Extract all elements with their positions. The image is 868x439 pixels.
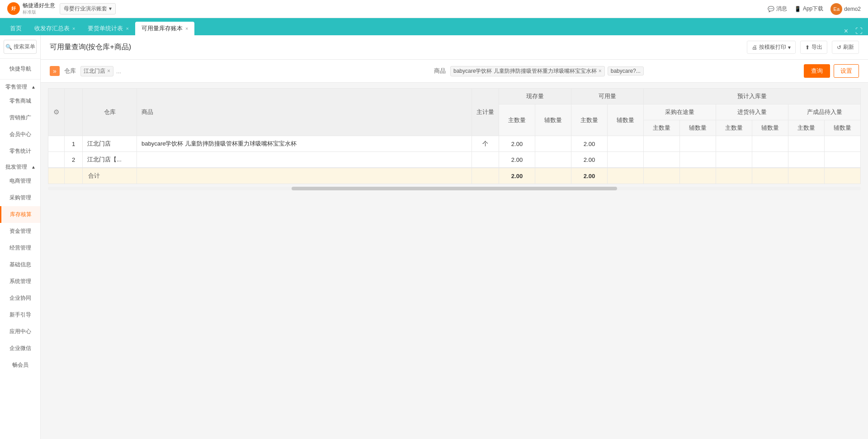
sidebar-group-wholesale[interactable]: 批发管理 ▲: [0, 160, 40, 173]
cell-current-main: 2.00: [499, 136, 535, 152]
warehouse-tag-group: 江北门店 × ...: [80, 66, 429, 76]
th-incoming: 进货待入量: [716, 104, 788, 120]
cell-unit: [472, 152, 499, 168]
footer-p-transit-main: [644, 168, 680, 184]
top-bar-right: 💬 消息 📱 App下载 Ea demo2: [768, 3, 861, 15]
sidebar-item-inventory[interactable]: 库存核算: [0, 206, 40, 223]
sidebar-item-marketing[interactable]: 营销推广: [0, 109, 40, 126]
message-label: 消息: [776, 5, 787, 13]
tab-bar-right: × ⛶: [842, 27, 864, 35]
goods-tag-2: babycare?...: [608, 66, 644, 76]
sidebar-item-basic[interactable]: 基础信息: [0, 256, 40, 273]
tab-home[interactable]: 首页: [4, 22, 28, 35]
sidebar-quick-nav: 快捷导航: [0, 59, 40, 80]
logo-sub: 标准版: [23, 9, 55, 15]
warehouse-filter-dots[interactable]: ...: [116, 68, 121, 75]
app-download-btn[interactable]: 📱 App下载: [794, 5, 823, 13]
user-info[interactable]: Ea demo2: [830, 3, 861, 15]
sidebar-item-retail-stats-label: 零售统计: [9, 147, 31, 155]
sidebar-item-retail-stats[interactable]: 零售统计: [0, 143, 40, 160]
horizontal-scrollbar[interactable]: [48, 187, 861, 190]
sidebar-group-retail-label: 零售管理: [5, 83, 27, 91]
sidebar-item-retail-mall[interactable]: 零售商城: [0, 93, 40, 109]
top-bar-left: 好 畅捷通好生意 标准版 母婴行业演示账套 ▾: [7, 2, 116, 15]
sidebar-item-vip[interactable]: 畅会员: [0, 357, 40, 373]
top-bar: 好 畅捷通好生意 标准版 母婴行业演示账套 ▾ 💬 消息 📱 App下载 Ea …: [0, 0, 868, 18]
page-header: 可用量查询(按仓库+商品) 🖨 按模板打印 ▾ ⬆ 导出 ↺ 刷新: [41, 35, 868, 60]
cell-purchase-sub: [680, 152, 716, 168]
tab-expand-btn[interactable]: ⛶: [854, 27, 864, 35]
sidebar-group-retail-arrow: ▲: [31, 85, 36, 90]
warehouse-tag-close[interactable]: ×: [107, 68, 110, 74]
app-download-label: App下载: [803, 5, 823, 13]
sidebar-item-app-center-label: 应用中心: [9, 328, 31, 335]
sidebar-item-inventory-label: 库存核算: [10, 211, 32, 218]
table-container: ⚙ 仓库 商品 主计量 现存量 可用量 预计入库量 主数量 辅数量 主数量: [41, 83, 868, 439]
tab-close-all-btn[interactable]: ×: [842, 27, 850, 35]
footer-production-main: [788, 168, 825, 184]
export-icon: ⬆: [805, 44, 810, 51]
sidebar-item-ecommerce[interactable]: 电商管理: [0, 173, 40, 189]
tab-available-close[interactable]: ×: [185, 26, 188, 31]
footer-available-sub: [608, 168, 644, 184]
cell-warehouse: 江北门店【...: [83, 152, 137, 168]
expand-icon: »: [53, 67, 57, 75]
sidebar-group-retail[interactable]: 零售管理 ▲: [0, 80, 40, 93]
industry-selector[interactable]: 母婴行业演示账套 ▾: [60, 3, 116, 14]
cell-production-sub: [825, 152, 861, 168]
tab-orders[interactable]: 要货单统计表 ×: [81, 22, 135, 35]
tab-receipts[interactable]: 收发存汇总表 ×: [28, 22, 81, 35]
search-menu-btn[interactable]: 🔍 搜索菜单: [4, 40, 37, 54]
filter-actions: 查询 设置: [804, 64, 859, 78]
quick-nav-item[interactable]: 快捷导航: [0, 61, 40, 76]
cell-production-main: [788, 136, 825, 152]
footer-available-main: 2.00: [571, 168, 608, 184]
message-btn[interactable]: 💬 消息: [768, 5, 787, 13]
sidebar-item-member[interactable]: 会员中心: [0, 126, 40, 143]
cell-warehouse: 江北门店: [83, 136, 137, 152]
th-unit: 主计量: [472, 89, 499, 136]
cell-current-sub: [535, 136, 571, 152]
sidebar-item-finance[interactable]: 资金管理: [0, 223, 40, 240]
tab-available[interactable]: 可用量库存账本 ×: [135, 22, 194, 35]
username: demo2: [844, 6, 861, 12]
filter-expand-btn[interactable]: »: [50, 66, 60, 76]
avatar: Ea: [830, 3, 842, 15]
th-production-sub: 辅数量: [825, 120, 861, 136]
tab-receipts-label: 收发存汇总表: [34, 24, 70, 33]
tab-orders-close[interactable]: ×: [126, 26, 128, 31]
sidebar-item-wechat[interactable]: 企业微信: [0, 340, 40, 357]
tab-available-label: 可用量库存账本: [142, 24, 183, 33]
avatar-text: Ea: [834, 6, 840, 12]
sidebar-item-operation[interactable]: 经营管理: [0, 240, 40, 256]
goods-tag-2-text: babycare?...: [611, 68, 641, 74]
cell-incoming-main: [716, 152, 752, 168]
sidebar-item-purchase[interactable]: 采购管理: [0, 189, 40, 206]
data-table: ⚙ 仓库 商品 主计量 现存量 可用量 预计入库量 主数量 辅数量 主数量: [48, 88, 861, 168]
search-icon: 🔍: [5, 44, 12, 50]
template-print-btn[interactable]: 🖨 按模板打印 ▾: [747, 41, 796, 54]
footer-settings-cell: [48, 168, 65, 184]
sidebar-item-wechat-label: 企业微信: [9, 345, 31, 352]
sidebar-group-wholesale-label: 批发管理: [5, 163, 27, 171]
goods-tag-1-close[interactable]: ×: [599, 68, 602, 74]
query-btn[interactable]: 查询: [804, 64, 830, 78]
sidebar-item-system[interactable]: 系统管理: [0, 273, 40, 290]
sidebar-item-enterprise[interactable]: 企业协同: [0, 290, 40, 307]
footer-incoming-main: [716, 168, 752, 184]
settings-btn[interactable]: 设置: [834, 64, 859, 78]
goods-tag-1: babycare学饮杯 儿童防摔防撞吸管杯重力球吸嘴杯宝宝水杯 ×: [450, 66, 605, 76]
th-no: [65, 89, 83, 136]
sidebar-item-newbie-label: 新手引导: [9, 311, 31, 319]
export-btn[interactable]: ⬆ 导出: [800, 41, 827, 54]
message-icon: 💬: [768, 6, 774, 12]
sidebar-item-newbie[interactable]: 新手引导: [0, 307, 40, 323]
warehouse-tag: 江北门店 ×: [80, 66, 113, 76]
refresh-btn[interactable]: ↺ 刷新: [832, 41, 859, 54]
settings-gear-icon[interactable]: ⚙: [53, 108, 59, 116]
refresh-label: 刷新: [843, 43, 854, 51]
cell-purchase-sub: [680, 136, 716, 152]
footer-unit-cell: [472, 168, 499, 184]
sidebar-item-app-center[interactable]: 应用中心: [0, 323, 40, 340]
tab-receipts-close[interactable]: ×: [72, 26, 75, 31]
